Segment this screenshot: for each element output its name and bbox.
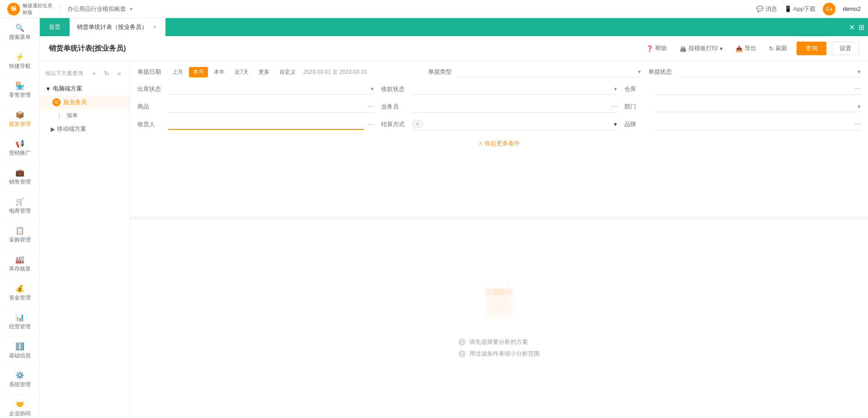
doc-type-chevron-icon: ▾ (638, 68, 641, 75)
export-btn[interactable]: 📤 导出 (732, 43, 760, 54)
settlement-tag-close[interactable]: × (416, 121, 419, 127)
sidebar-item-marketing[interactable]: 📢 营销推广 (0, 134, 39, 163)
tree-mobile-section: ▶ 移动端方案 (40, 122, 130, 136)
doc-type-select[interactable]: ▾ (459, 66, 641, 77)
tree-mobile-header[interactable]: ▶ 移动端方案 (40, 122, 130, 136)
settings-btn[interactable]: 设置 (832, 42, 859, 55)
out-status-select[interactable]: ▾ (168, 84, 374, 95)
purchase-icon: 📋 (2, 226, 38, 235)
left-panel-refresh-btn[interactable]: ↻ (102, 68, 112, 78)
warehouse-dots[interactable]: ··· (855, 85, 861, 93)
left-panel-add-btn[interactable]: + (89, 68, 99, 78)
wholesale-icon: 📦 (2, 110, 38, 119)
left-panel-collapse-btn[interactable]: « (114, 68, 124, 78)
search-icon: 🔍 (2, 24, 38, 32)
settlement-chevron-icon: ▾ (614, 121, 617, 128)
header-divider (60, 5, 60, 14)
help-icon: ❓ (646, 45, 653, 52)
settlement-clear-tag: × (412, 120, 423, 128)
date-more-btn[interactable]: 更多 (255, 67, 274, 77)
filter-consignee: 收货人 ··· (137, 119, 374, 130)
sidebar-item-retail[interactable]: 🏪 零售管理 (0, 76, 39, 105)
filter-payment-status: 收款状态 ▾ (381, 84, 618, 95)
sidebar-item-quicknav[interactable]: ⚡ 快捷导航 (0, 47, 39, 76)
svg-point-6 (509, 280, 510, 282)
date-prev-month-btn[interactable]: 上月 (168, 67, 187, 77)
app-download-btn[interactable]: 📱 App下载 (784, 5, 816, 13)
operations-icon: 📊 (2, 313, 38, 322)
date-this-month-btn[interactable]: 本月 (189, 67, 208, 77)
warehouse-label: 仓库 (624, 85, 651, 93)
help-btn[interactable]: ❓ 帮助 (642, 43, 670, 54)
filter-salesperson: 业务员 ··· (381, 100, 618, 113)
brand-dots[interactable]: ··· (855, 120, 861, 128)
consignee-input[interactable] (168, 119, 364, 130)
app-dropdown-btn[interactable]: ▾ (130, 6, 132, 12)
date-custom-btn[interactable]: 自定义 (275, 67, 300, 77)
empty-state-icon (476, 280, 522, 329)
salesperson-label: 业务员 (381, 103, 408, 111)
base-info-icon: ℹ️ (2, 342, 38, 351)
sidebar-item-finance[interactable]: 💰 资金管理 (0, 279, 39, 308)
message-btn[interactable]: 💬 消息 (756, 5, 777, 13)
quicknav-icon: ⚡ (2, 52, 38, 61)
out-status-label: 出库状态 (137, 85, 165, 93)
sidebar-item-ecommerce[interactable]: 🛒 电商管理 (0, 192, 39, 221)
refresh-btn[interactable]: ↻ 刷新 (765, 43, 791, 54)
payment-status-select[interactable]: ▾ (412, 84, 618, 95)
query-btn[interactable]: 查询 (797, 42, 826, 55)
message-icon: 💬 (756, 5, 764, 12)
tab-maximize-btn[interactable]: ⊞ (859, 23, 864, 32)
filter-doc-status: 单据状态 ▾ (648, 66, 861, 77)
tree-right-arrow-icon: ▶ (51, 126, 55, 133)
settlement-select[interactable]: × ▾ (412, 118, 618, 130)
tab-home[interactable]: 首页 (40, 18, 70, 36)
logo-text: 畅捷通好生意 标版 (23, 2, 52, 15)
sidebar-item-inventory[interactable]: 🏭 库存核算 (0, 250, 39, 279)
sidebar-item-search[interactable]: 🔍 搜索菜单 (0, 18, 39, 47)
tip-text-2: 用过滤条件来缩小分析范围 (469, 350, 540, 358)
filter-goods: 商品 ··· (137, 100, 374, 113)
sidebar-item-wholesale[interactable]: 📦 批发管理 (0, 105, 39, 134)
export-icon: 📤 (736, 45, 743, 52)
inventory-icon: 🏭 (2, 255, 38, 264)
filter-doc-type: 单据类型 ▾ (428, 66, 641, 77)
doc-status-label: 单据状态 (648, 68, 675, 76)
sidebar-item-sales[interactable]: 💼 销售管理 (0, 163, 39, 192)
enterprise-icon: 🤝 (2, 400, 38, 408)
date-range-display: 2023-03-01 至 2023-03-31 (303, 68, 367, 76)
sidebar-item-purchase[interactable]: 📋 采购管理 (0, 221, 39, 250)
tree-item-by-order[interactable]: ⋮ 按单 (40, 109, 130, 122)
tree-item-by-salesperson[interactable]: 按 按业务员 (40, 95, 130, 109)
tab-close-btn[interactable]: × (151, 24, 158, 31)
date-this-year-btn[interactable]: 本年 (210, 67, 229, 77)
sidebar-item-operations[interactable]: 📊 经营管理 (0, 308, 39, 337)
print-btn[interactable]: 🖨️ 按模板打印 ▾ (676, 43, 726, 54)
tree-desktop-header[interactable]: ▼ 电脑端方案 (40, 82, 130, 95)
sidebar: 🔍 搜索菜单 ⚡ 快捷导航 🏪 零售管理 📦 批发管理 📢 营销推广 💼 销售管… (0, 18, 40, 418)
doc-type-label: 单据类型 (428, 68, 455, 76)
print-dropdown-icon: ▾ (720, 45, 723, 52)
sidebar-item-system[interactable]: ⚙️ 系统管理 (0, 366, 39, 394)
sidebar-item-base-info[interactable]: ℹ️ 基础信息 (0, 337, 39, 366)
consignee-dots[interactable]: ··· (368, 120, 373, 128)
collapse-icon: ∧ (478, 140, 483, 147)
logo: 畅 畅捷通好生意 标版 (7, 2, 52, 15)
tab-sales-stats[interactable]: 销货单统计表（按业务员） × (70, 18, 165, 36)
app-name: 办公用品行业模拟账套 (67, 5, 126, 13)
sidebar-item-enterprise[interactable]: 🤝 企业协同 (0, 394, 39, 418)
doc-status-select[interactable]: ▾ (679, 66, 861, 77)
collapse-more-btn[interactable]: ∧ 收起更多条件 (137, 136, 861, 151)
goods-dots[interactable]: ··· (368, 102, 373, 110)
tab-close-window-btn[interactable]: ✕ (849, 23, 855, 32)
sales-icon: 💼 (2, 168, 38, 177)
app-download-icon: 📱 (784, 5, 792, 12)
filter-department: 部门 ▾ (624, 101, 861, 112)
svg-point-8 (503, 300, 506, 303)
date-recent7-btn[interactable]: 近7天 (231, 67, 253, 77)
salesperson-icon: 按 (52, 98, 61, 106)
department-select[interactable]: ▾ (655, 101, 861, 112)
salesperson-dots[interactable]: ··· (611, 102, 617, 110)
filter-settlement: 结算方式 × ▾ (381, 118, 618, 130)
user-name[interactable]: demo2 (843, 5, 861, 12)
